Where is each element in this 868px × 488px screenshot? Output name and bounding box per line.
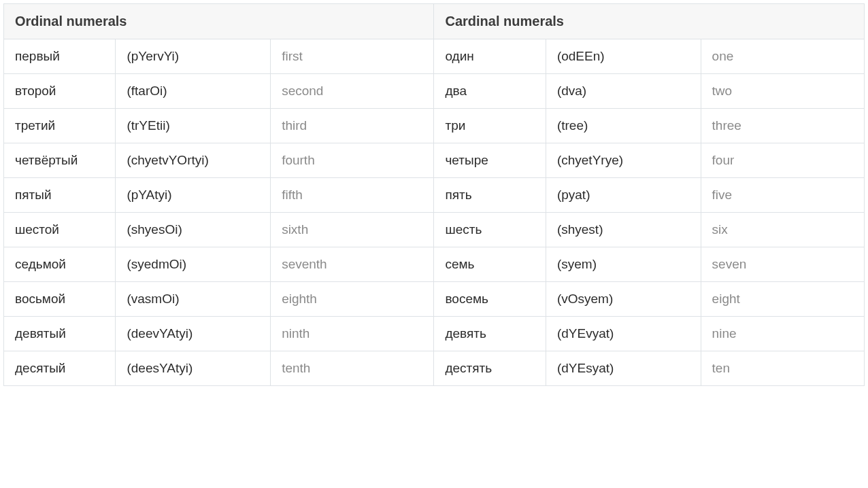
table-row: десятый(deesYAtyi)tenthдестять(dYEsyat)t… <box>4 351 865 386</box>
cardinal-russian: девять <box>434 317 546 351</box>
ordinal-english: first <box>271 39 434 74</box>
ordinal-russian: девятый <box>4 317 116 351</box>
cardinal-english: four <box>701 143 864 178</box>
table-row: восьмой(vasmOi)eighthвосемь(vOsyem)eight <box>4 282 865 317</box>
numerals-table: Ordinal numerals Cardinal numerals первы… <box>3 3 865 386</box>
ordinal-russian: четвёртый <box>4 143 116 178</box>
table-row: шестой(shyesOi)sixthшесть(shyest)six <box>4 213 865 247</box>
ordinal-english: fourth <box>271 143 434 178</box>
cardinal-pronunciation: (chyetYrye) <box>546 143 701 178</box>
cardinal-pronunciation: (odEEn) <box>546 39 701 74</box>
cardinal-english: eight <box>701 282 864 317</box>
cardinal-english: ten <box>701 351 864 386</box>
ordinal-english: tenth <box>271 351 434 386</box>
ordinal-english: second <box>271 74 434 109</box>
cardinal-russian: восемь <box>434 282 546 317</box>
table-row: девятый(deevYAtyi)ninthдевять(dYEvyat)ni… <box>4 317 865 351</box>
ordinal-pronunciation: (pYAtyi) <box>116 178 271 213</box>
ordinal-russian: десятый <box>4 351 116 386</box>
ordinal-russian: шестой <box>4 213 116 247</box>
cardinal-english: two <box>701 74 864 109</box>
ordinal-pronunciation: (deesYAtyi) <box>116 351 271 386</box>
cardinal-russian: дестять <box>434 351 546 386</box>
cardinal-russian: семь <box>434 247 546 282</box>
cardinal-pronunciation: (dYEsyat) <box>546 351 701 386</box>
table-row: второй(ftarOi)secondдва(dva)two <box>4 74 865 109</box>
ordinal-english: seventh <box>271 247 434 282</box>
ordinal-russian: второй <box>4 74 116 109</box>
ordinal-pronunciation: (trYEtii) <box>116 109 271 143</box>
cardinal-english: three <box>701 109 864 143</box>
table-row: первый(pYervYi)firstодин(odEEn)one <box>4 39 865 74</box>
table-row: третий(trYEtii)thirdтри(tree)three <box>4 109 865 143</box>
ordinal-pronunciation: (vasmOi) <box>116 282 271 317</box>
cardinal-english: one <box>701 39 864 74</box>
cardinal-russian: пять <box>434 178 546 213</box>
cardinal-pronunciation: (pyat) <box>546 178 701 213</box>
cardinal-russian: три <box>434 109 546 143</box>
ordinal-russian: седьмой <box>4 247 116 282</box>
cardinal-english: seven <box>701 247 864 282</box>
ordinal-russian: третий <box>4 109 116 143</box>
cardinal-russian: четыре <box>434 143 546 178</box>
ordinal-header: Ordinal numerals <box>4 4 434 39</box>
ordinal-pronunciation: (pYervYi) <box>116 39 271 74</box>
ordinal-english: ninth <box>271 317 434 351</box>
ordinal-pronunciation: (chyetvYOrtyi) <box>116 143 271 178</box>
cardinal-pronunciation: (shyest) <box>546 213 701 247</box>
table-row: пятый(pYAtyi)fifthпять(pyat)five <box>4 178 865 213</box>
cardinal-russian: один <box>434 39 546 74</box>
ordinal-russian: пятый <box>4 178 116 213</box>
cardinal-english: nine <box>701 317 864 351</box>
cardinal-pronunciation: (tree) <box>546 109 701 143</box>
ordinal-english: third <box>271 109 434 143</box>
cardinal-english: five <box>701 178 864 213</box>
cardinal-pronunciation: (dva) <box>546 74 701 109</box>
cardinal-russian: шесть <box>434 213 546 247</box>
ordinal-pronunciation: (deevYAtyi) <box>116 317 271 351</box>
cardinal-pronunciation: (syem) <box>546 247 701 282</box>
cardinal-russian: два <box>434 74 546 109</box>
cardinal-pronunciation: (dYEvyat) <box>546 317 701 351</box>
table-row: четвёртый(chyetvYOrtyi)fourthчетыре(chye… <box>4 143 865 178</box>
table-header-row: Ordinal numerals Cardinal numerals <box>4 4 865 39</box>
cardinal-pronunciation: (vOsyem) <box>546 282 701 317</box>
ordinal-english: fifth <box>271 178 434 213</box>
ordinal-pronunciation: (syedmOi) <box>116 247 271 282</box>
ordinal-pronunciation: (ftarOi) <box>116 74 271 109</box>
table-row: седьмой(syedmOi)seventhсемь(syem)seven <box>4 247 865 282</box>
ordinal-pronunciation: (shyesOi) <box>116 213 271 247</box>
cardinal-header: Cardinal numerals <box>434 4 865 39</box>
table-body: первый(pYervYi)firstодин(odEEn)oneвторой… <box>4 39 865 386</box>
ordinal-english: eighth <box>271 282 434 317</box>
cardinal-english: six <box>701 213 864 247</box>
ordinal-russian: восьмой <box>4 282 116 317</box>
ordinal-russian: первый <box>4 39 116 74</box>
ordinal-english: sixth <box>271 213 434 247</box>
